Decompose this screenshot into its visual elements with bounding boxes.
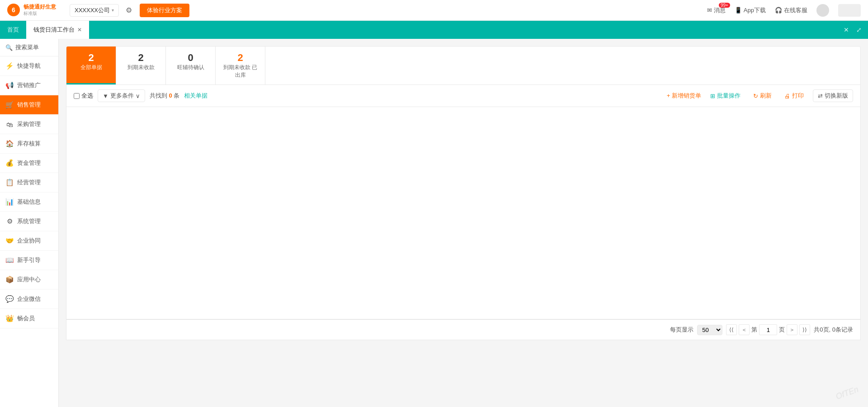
stats-tabs: 2 全部单据 2 到期未收款 0 旺辅待确认 2 到期未收款 已出库 xyxy=(66,46,861,85)
sidebar-item-marketing[interactable]: 📢 营销推广 xyxy=(0,76,58,95)
sidebar-item-basic-info[interactable]: 📊 基础信息 xyxy=(0,192,58,212)
stat-num-all: 2 xyxy=(74,52,108,64)
tab-expand-button[interactable]: ⤢ xyxy=(854,24,863,35)
settings-button[interactable]: ⚙ xyxy=(123,4,135,17)
quick-nav-icon: ⚡ xyxy=(5,62,14,70)
tab-home[interactable]: 首页 xyxy=(0,21,26,39)
sidebar-item-quick-nav[interactable]: ⚡ 快捷导航 xyxy=(0,56,58,76)
stat-label-pending: 旺辅待确认 xyxy=(173,64,208,71)
sidebar-item-inventory[interactable]: 🏠 库存核算 xyxy=(0,134,58,154)
refresh-button[interactable]: ↻ 刷新 xyxy=(750,90,775,102)
message-badge: 99+ xyxy=(719,3,730,8)
filter-icon: ▼ xyxy=(103,93,108,99)
sidebar-item-label: 应用中心 xyxy=(17,276,41,284)
table-area xyxy=(66,107,861,319)
filter-label: 更多条件 xyxy=(110,92,134,100)
sidebar-item-guide[interactable]: 📖 新手引导 xyxy=(0,251,58,270)
page-nav: ⟨⟨ ＜ 第 1 页 ＞ ⟩⟩ xyxy=(726,324,810,335)
sidebar-item-operations[interactable]: 📋 经营管理 xyxy=(0,173,58,192)
company-select[interactable]: XXXXXX公司 ▾ xyxy=(70,4,119,17)
stat-tab-pending[interactable]: 0 旺辅待确认 xyxy=(166,47,216,84)
last-page-button[interactable]: ⟩⟩ xyxy=(799,324,810,335)
tab-controls: ✕ ⤢ xyxy=(842,24,868,35)
sidebar-item-label: 营销推广 xyxy=(17,81,41,89)
header-right: ✉ 消息 99+ 📱 App下载 🎧 在线客服 xyxy=(707,4,861,17)
found-text: 共找到 0 条 xyxy=(150,92,179,100)
sidebar-search-button[interactable]: 🔍 搜索菜单 xyxy=(0,39,58,56)
sidebar-item-label: 经营管理 xyxy=(17,178,41,187)
select-all-input[interactable] xyxy=(74,93,80,99)
sidebar-item-label: 企业微信 xyxy=(17,295,41,303)
user-name-area[interactable] xyxy=(838,4,861,17)
batch-icon: ⊞ xyxy=(710,93,715,99)
select-all-label: 全选 xyxy=(81,92,93,100)
per-page-label: 每页显示 xyxy=(670,326,693,334)
total-info: 共0页, 0条记录 xyxy=(814,326,853,334)
stat-tab-all[interactable]: 2 全部单据 xyxy=(66,47,116,84)
sidebar-item-sales[interactable]: 🛒 销售管理 xyxy=(0,95,58,115)
stat-num-pending: 0 xyxy=(173,52,208,64)
stat-num-not-shipped: 2 xyxy=(223,52,258,64)
per-page-select[interactable]: 50 100 200 xyxy=(697,325,722,335)
avatar[interactable] xyxy=(816,4,829,17)
switch-version-button[interactable]: ⇄ 切换新版 xyxy=(813,89,853,102)
download-icon: 📱 xyxy=(735,7,742,14)
sidebar-item-label: 采购管理 xyxy=(17,120,41,128)
print-icon: 🖨 xyxy=(784,93,790,99)
tab-workbench[interactable]: 钱货日清工作台 ✕ xyxy=(26,21,89,39)
sidebar-item-purchase[interactable]: 🛍 采购管理 xyxy=(0,115,58,134)
member-icon: 👑 xyxy=(5,314,14,323)
page-suffix: 页 xyxy=(779,326,785,334)
stat-label-overdue: 到期未收款 xyxy=(123,64,158,71)
sidebar-item-finance[interactable]: 💰 资金管理 xyxy=(0,154,58,173)
new-sales-order-button[interactable]: + 新增销货单 xyxy=(667,92,701,100)
next-page-button[interactable]: ＞ xyxy=(787,324,797,335)
tab-close-button[interactable]: ✕ xyxy=(842,24,851,35)
dropdown-arrow-icon: ▾ xyxy=(112,8,114,13)
sidebar-item-label: 系统管理 xyxy=(17,217,41,225)
sidebar-item-label: 畅会员 xyxy=(17,314,35,323)
sidebar-item-cooperation[interactable]: 🤝 企业协同 xyxy=(0,231,58,251)
first-page-button[interactable]: ⟨⟨ xyxy=(726,324,737,335)
sidebar-item-app-center[interactable]: 📦 应用中心 xyxy=(0,270,58,290)
sidebar-item-label: 快捷导航 xyxy=(17,62,41,70)
filter-button[interactable]: ▼ 更多条件 ∨ xyxy=(98,89,145,102)
enterprise-wx-icon: 💬 xyxy=(5,295,14,303)
logo-text-wrap: 畅捷通好生意 标准版 xyxy=(24,4,56,16)
tab-close-icon[interactable]: ✕ xyxy=(77,27,82,33)
toolbar: 全选 ▼ 更多条件 ∨ 共找到 0 条 相关单据 + 新增销货单 ⊞ 批量操作 … xyxy=(66,85,861,107)
message-button[interactable]: ✉ 消息 99+ xyxy=(707,6,726,14)
sidebar-item-label: 库存核算 xyxy=(17,140,41,148)
service-icon: 🎧 xyxy=(775,7,782,14)
logo-sub: 标准版 xyxy=(24,10,56,17)
app-center-icon: 📦 xyxy=(5,276,14,284)
trial-button[interactable]: 体验行业方案 xyxy=(140,4,189,17)
stat-num-overdue: 2 xyxy=(123,52,158,64)
stat-tab-not-shipped[interactable]: 2 到期未收款 已出库 xyxy=(216,47,265,84)
message-icon: ✉ xyxy=(707,7,712,14)
main-content: 2 全部单据 2 到期未收款 0 旺辅待确认 2 到期未收款 已出库 全选 ▼ … xyxy=(59,39,868,407)
pagination-bar: 每页显示 50 100 200 ⟨⟨ ＜ 第 1 页 ＞ ⟩⟩ 共0页, 0条记… xyxy=(66,319,861,340)
sidebar-item-member[interactable]: 👑 畅会员 xyxy=(0,309,58,328)
select-all-checkbox[interactable]: 全选 xyxy=(74,92,93,100)
stat-tab-overdue[interactable]: 2 到期未收款 xyxy=(116,47,166,84)
found-count: 0 xyxy=(169,92,172,99)
sidebar: 🔍 搜索菜单 ⚡ 快捷导航 📢 营销推广 🛒 销售管理 🛍 采购管理 🏠 库存核… xyxy=(0,39,59,407)
page-input[interactable]: 1 xyxy=(759,324,777,335)
logo-icon: 6 xyxy=(7,4,20,16)
app-download-button[interactable]: 📱 App下载 xyxy=(735,6,766,14)
app-download-label: App下载 xyxy=(744,6,766,14)
sidebar-item-enterprise-wx[interactable]: 💬 企业微信 xyxy=(0,290,58,309)
sidebar-item-system[interactable]: ⚙ 系统管理 xyxy=(0,212,58,231)
online-service-button[interactable]: 🎧 在线客服 xyxy=(775,6,807,14)
gear-icon: ⚙ xyxy=(126,6,132,14)
batch-operation-button[interactable]: ⊞ 批量操作 xyxy=(707,90,744,102)
cooperation-icon: 🤝 xyxy=(5,237,14,245)
prev-page-button[interactable]: ＜ xyxy=(739,324,750,335)
purchase-icon: 🛍 xyxy=(5,121,14,128)
print-button[interactable]: 🖨 打印 xyxy=(781,90,807,102)
toolbar-right: + 新增销货单 ⊞ 批量操作 ↻ 刷新 🖨 打印 ⇄ 切换新版 xyxy=(667,89,853,102)
stat-label-not-shipped: 到期未收款 已出库 xyxy=(223,64,258,79)
related-orders-link[interactable]: 相关单据 xyxy=(184,92,208,100)
finance-icon: 💰 xyxy=(5,159,14,167)
